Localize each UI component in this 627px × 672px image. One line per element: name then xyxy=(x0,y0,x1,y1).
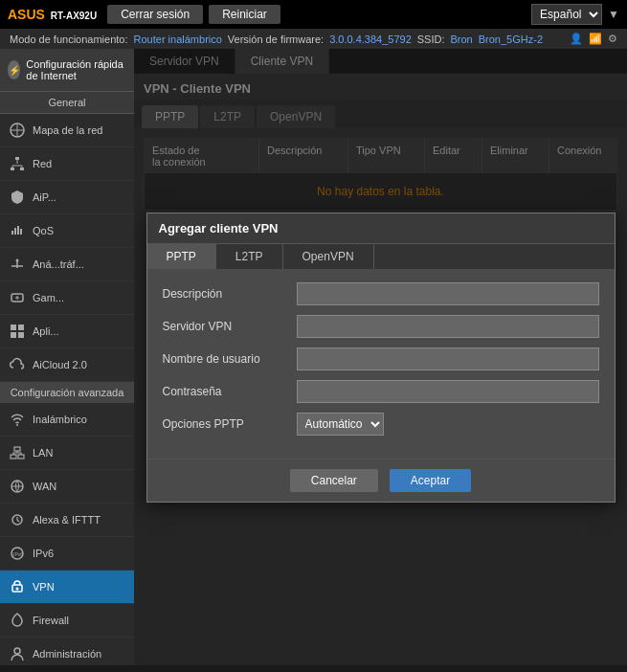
close-session-button[interactable]: Cerrar sesión xyxy=(107,5,203,24)
sidebar-item-wan[interactable]: WAN xyxy=(0,470,134,504)
mode-value[interactable]: Router inalámbrico xyxy=(134,34,222,45)
firmware-label: Versión de firmware: xyxy=(228,34,324,45)
label-pptp-options: Opciones PPTP xyxy=(163,417,297,431)
logo-model: RT-AX92U xyxy=(51,11,97,21)
svg-rect-13 xyxy=(18,455,24,459)
wan-icon xyxy=(8,477,27,496)
svg-rect-6 xyxy=(11,325,16,330)
settings-icon: ⚙ xyxy=(608,33,617,45)
svg-point-19 xyxy=(16,588,19,591)
wireless-icon xyxy=(8,410,27,429)
ipv6-icon: IPv6 xyxy=(8,544,27,563)
sidebar-item-mapa-red[interactable]: Mapa de la red xyxy=(0,114,134,147)
logo: ASUS RT-AX92U xyxy=(8,7,97,22)
ssid-label: SSID: xyxy=(417,34,445,45)
apps-icon xyxy=(8,322,27,341)
main-layout: ⚡ Configuración rápida de Internet Gener… xyxy=(0,49,627,665)
qos-icon xyxy=(8,221,27,240)
dialog-tabs: PPTP L2TP OpenVPN xyxy=(147,244,615,269)
sidebar-item-qos-label: QoS xyxy=(33,225,54,236)
cloud-icon xyxy=(8,355,27,374)
language-select[interactable]: Español xyxy=(531,4,602,25)
label-usuario: Nombre de usuario xyxy=(163,352,297,366)
sidebar-item-aicloud[interactable]: AiCloud 2.0 xyxy=(0,348,134,382)
sidebar-item-administracion-label: Administración xyxy=(33,648,101,660)
sidebar-item-ipv6-label: IPv6 xyxy=(33,548,54,559)
info-bar: Modo de funcionamiento: Router inalámbri… xyxy=(0,29,627,49)
firmware-value[interactable]: 3.0.0.4.384_5792 xyxy=(329,34,412,45)
advanced-section-label: Configuración avanzada xyxy=(0,382,134,403)
form-row-pptp-options: Opciones PPTP Automático MPPE 128 MPPE 4… xyxy=(163,413,599,436)
firewall-icon xyxy=(8,611,27,630)
admin-icon xyxy=(8,644,27,663)
sidebar-item-wan-label: WAN xyxy=(33,481,56,492)
sidebar-item-aplicaciones-label: Apli... xyxy=(33,325,59,337)
quick-config-label: Configuración rápida de Internet xyxy=(26,58,126,81)
ssid-2g[interactable]: Bron xyxy=(451,34,473,45)
sidebar-item-aplicaciones[interactable]: Apli... xyxy=(0,315,134,348)
sidebar-item-aiprotection-label: AiP... xyxy=(33,191,56,203)
dialog-tab-l2tp[interactable]: L2TP xyxy=(216,244,283,269)
sidebar-item-inalambrico[interactable]: Inalámbrico xyxy=(0,403,134,437)
sidebar-item-firewall[interactable]: Firewall xyxy=(0,604,134,638)
logo-brand: ASUS xyxy=(8,7,45,22)
game-icon xyxy=(8,288,27,307)
label-contrasena: Contraseña xyxy=(163,385,297,398)
sidebar: ⚡ Configuración rápida de Internet Gener… xyxy=(0,49,134,665)
sidebar-item-vpn-label: VPN xyxy=(33,581,55,593)
restart-button[interactable]: Reiniciar xyxy=(209,5,280,24)
ssid-5g[interactable]: Bron_5GHz-2 xyxy=(479,34,543,45)
sidebar-item-game[interactable]: Gam... xyxy=(0,281,134,315)
traffic-icon xyxy=(8,255,27,274)
general-section-label: General xyxy=(0,91,134,114)
cancel-button[interactable]: Cancelar xyxy=(290,469,378,492)
form-row-usuario: Nombre de usuario xyxy=(163,347,599,370)
sidebar-item-lan[interactable]: LAN xyxy=(0,437,134,470)
dialog-tab-pptp[interactable]: PPTP xyxy=(147,244,216,269)
svg-point-20 xyxy=(14,648,20,654)
add-vpn-dialog: Agregar cliente VPN PPTP L2TP OpenVPN De… xyxy=(146,213,616,503)
sidebar-item-qos[interactable]: QoS xyxy=(0,214,134,248)
input-servidor-vpn[interactable] xyxy=(297,315,599,338)
shield-icon xyxy=(8,188,27,207)
sidebar-item-red-label: Red xyxy=(33,158,52,169)
svg-rect-7 xyxy=(18,325,24,330)
mode-label: Modo de funcionamiento: xyxy=(10,34,128,45)
input-contrasena[interactable] xyxy=(297,380,599,403)
sidebar-item-firewall-label: Firewall xyxy=(33,615,69,626)
svg-rect-8 xyxy=(11,332,16,338)
form-row-descripcion: Descripción xyxy=(163,282,599,305)
dialog-tab-openvpn[interactable]: OpenVPN xyxy=(283,244,374,269)
dialog-footer: Cancelar Aceptar xyxy=(147,459,615,502)
sidebar-item-administracion[interactable]: Administración xyxy=(0,638,134,665)
dialog-title: Agregar cliente VPN xyxy=(147,213,615,244)
alexa-icon xyxy=(8,510,27,529)
sidebar-item-ipv6[interactable]: IPv6 IPv6 xyxy=(0,537,134,571)
label-descripcion: Descripción xyxy=(163,287,297,301)
svg-rect-9 xyxy=(18,332,24,338)
info-icons: 👤 📶 ⚙ xyxy=(570,33,617,45)
svg-point-4 xyxy=(16,259,19,262)
select-pptp-options[interactable]: Automático MPPE 128 MPPE 40 Sin MPPE xyxy=(297,413,384,436)
input-descripcion[interactable] xyxy=(297,282,599,305)
sidebar-item-aicloud-label: AiCloud 2.0 xyxy=(33,359,87,370)
dialog-body: Descripción Servidor VPN Nombre de usuar… xyxy=(147,269,615,459)
accept-button[interactable]: Aceptar xyxy=(390,469,471,492)
svg-text:IPv6: IPv6 xyxy=(13,551,23,557)
vpn-icon xyxy=(8,577,27,596)
sidebar-item-inalambrico-label: Inalámbrico xyxy=(33,414,87,425)
quick-config-icon: ⚡ xyxy=(8,60,20,79)
sidebar-item-alexa-label: Alexa & IFTTT xyxy=(33,514,101,526)
sidebar-item-trafico[interactable]: Aná...tráf... xyxy=(0,248,134,281)
quick-config-item[interactable]: ⚡ Configuración rápida de Internet xyxy=(0,49,134,91)
sidebar-item-game-label: Gam... xyxy=(33,292,64,303)
sidebar-item-red[interactable]: Red xyxy=(0,147,134,181)
form-row-servidor-vpn: Servidor VPN xyxy=(163,315,599,338)
sidebar-item-aiprotection[interactable]: AiP... xyxy=(0,181,134,214)
sidebar-item-alexa[interactable]: Alexa & IFTTT xyxy=(0,504,134,537)
sidebar-item-trafico-label: Aná...tráf... xyxy=(33,258,84,270)
lan-icon xyxy=(8,443,27,462)
input-usuario[interactable] xyxy=(297,347,599,370)
sidebar-item-vpn[interactable]: VPN xyxy=(0,571,134,604)
svg-rect-1 xyxy=(15,157,19,160)
